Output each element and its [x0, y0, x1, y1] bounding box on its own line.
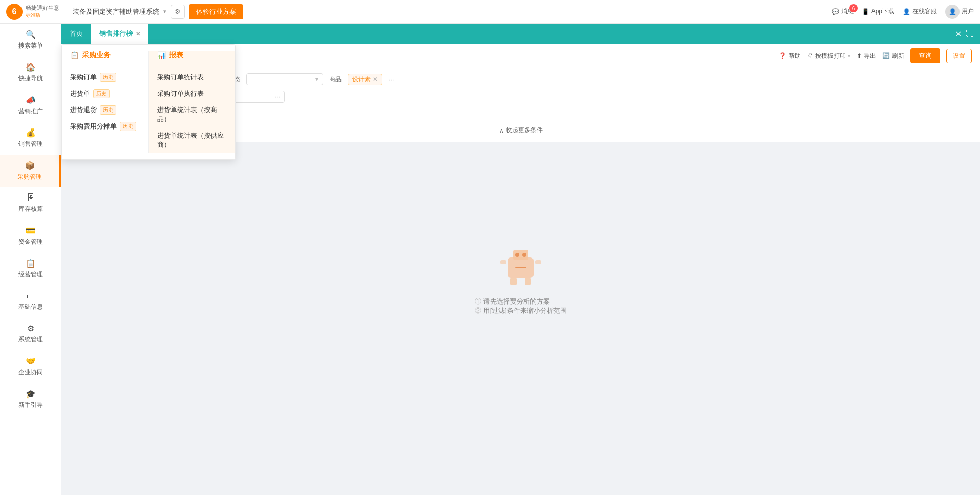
dropdown-business-title: 📋 采购业务: [70, 51, 140, 63]
dropdown-item-purchase-order[interactable]: 采购订单 历史: [70, 69, 140, 85]
dropdown-item-expense[interactable]: 采购费用分摊单 历史: [70, 118, 140, 135]
dropdown-item-return[interactable]: 进货退货 历史: [70, 102, 140, 118]
empty-state: ① 请先选择要分析的方案 ② 用[过滤]条件来缩小分析范围: [61, 142, 980, 413]
print-icon: 🖨: [807, 52, 813, 59]
svg-rect-5: [525, 278, 531, 285]
notifications-btn[interactable]: 💬 消息 6: [832, 7, 854, 16]
logo-badge: 标准版: [26, 12, 59, 19]
help-icon: ❓: [779, 52, 786, 59]
sidebar-item-quick[interactable]: 🏠 快捷导航: [0, 56, 61, 89]
voucher-status-select[interactable]: ▾: [246, 73, 323, 85]
sidebar-item-basic[interactable]: 🗃 基础信息: [0, 285, 61, 317]
dropdown-col-business: 📋 采购业务 采购订单 历史 进货单 历史 进货退货 历史 采购费用分摊单 历史: [62, 51, 148, 153]
sidebar-item-finance[interactable]: 💳 资金管理: [0, 220, 61, 252]
home-icon: 🏠: [26, 62, 36, 72]
search-icon: 🔍: [26, 30, 36, 39]
collapse-up-icon: ∧: [499, 127, 504, 134]
sidebar-item-enterprise[interactable]: 🤝 企业协同: [0, 350, 61, 383]
basic-icon: 🗃: [27, 291, 35, 300]
tab-home[interactable]: 首页: [61, 24, 91, 44]
online-service-btn[interactable]: 👤 在线客服: [903, 7, 937, 16]
inventory-icon: 🗄: [27, 193, 35, 203]
dropdown-item-purchase-order-exec[interactable]: 采购订单执行表: [157, 85, 227, 102]
report-icon: 📊: [157, 51, 166, 59]
empty-robot-svg: [495, 240, 546, 291]
settings-gear-btn[interactable]: ⚙: [171, 5, 185, 19]
print-dropdown-arrow[interactable]: ▾: [848, 53, 850, 59]
top-right-area: 💬 消息 6 📱 App下载 👤 在线客服 👤 用户: [832, 5, 974, 19]
svg-rect-6: [500, 260, 506, 264]
sidebar-item-operation[interactable]: 📋 经营管理: [0, 252, 61, 285]
tab-close-icon[interactable]: ✕: [136, 31, 140, 37]
newbie-icon: 🎓: [26, 389, 36, 399]
app-download-btn[interactable]: 📱 App下载: [862, 7, 894, 16]
staff-ellipsis[interactable]: ···: [275, 93, 280, 100]
service-icon: 👤: [903, 8, 910, 15]
refresh-icon: 🔄: [882, 52, 890, 59]
goods-more-btn[interactable]: ···: [389, 76, 394, 83]
refresh-btn[interactable]: 🔄 刷新: [882, 52, 904, 60]
purchase-dropdown-menu: 📋 采购业务 采购订单 历史 进货单 历史 进货退货 历史 采购费用分摊单 历史: [61, 44, 236, 160]
avatar-icon: 👤: [949, 8, 956, 15]
sidebar-item-system[interactable]: ⚙ 系统管理: [0, 317, 61, 350]
dropdown-item-receipt-stats-goods[interactable]: 进货单统计表（按商品）: [157, 102, 227, 127]
sidebar-item-marketing[interactable]: 📣 营销推广: [0, 89, 61, 122]
logo-icon: 6: [6, 4, 23, 20]
notifications-badge: 6: [849, 4, 858, 12]
system-name-area: 装备及固定资产辅助管理系统 ▾ ⚙ 体验行业方案: [73, 4, 826, 19]
collapse-btn[interactable]: ∧ 收起更多条件: [493, 124, 549, 137]
export-icon: ⬆: [857, 52, 862, 59]
dropdown-item-purchase-order-stats[interactable]: 采购订单统计表: [157, 69, 227, 85]
top-bar: 6 畅捷通好生意 标准版 装备及固定资产辅助管理系统 ▾ ⚙ 体验行业方案 💬 …: [0, 0, 980, 24]
dropdown-col-report: 📊 报表 采购订单统计表 采购订单执行表 进货单统计表（按商品） 进货单统计表（…: [149, 51, 236, 153]
sidebar-item-search[interactable]: 🔍 搜索菜单: [0, 24, 61, 56]
empty-illustration: [495, 240, 546, 291]
sidebar-item-newbie[interactable]: 🎓 新手引导: [0, 383, 61, 416]
logo-area: 6 畅捷通好生意 标准版: [6, 4, 68, 20]
history-badge-3: 历史: [120, 122, 136, 131]
phone-icon: 📱: [862, 8, 869, 15]
money-icon: 💰: [26, 128, 36, 138]
empty-hint-1: ① 请先选择要分析的方案: [475, 297, 567, 306]
dropdown-item-receipt-stats-supplier[interactable]: 进货单统计表（按供应商）: [157, 127, 227, 153]
finance-icon: 💳: [26, 226, 36, 235]
svg-point-2: [515, 253, 519, 257]
tab-right-btns: ✕ ⛶: [955, 29, 980, 39]
system-label: 装备及固定资产辅助管理系统: [73, 7, 159, 16]
logo-text: 畅捷通好生意: [26, 4, 59, 11]
history-badge-0: 历史: [100, 73, 116, 82]
settings-btn[interactable]: 设置: [946, 49, 972, 63]
business-icon: 📋: [70, 51, 79, 59]
svg-point-3: [522, 253, 526, 257]
query-btn[interactable]: 查询: [910, 48, 940, 63]
dropdown-item-receipt[interactable]: 进货单 历史: [70, 85, 140, 102]
user-btn[interactable]: 👤 用户: [945, 5, 974, 19]
industry-btn[interactable]: 体验行业方案: [189, 4, 243, 19]
sidebar-item-purchase[interactable]: 📦 采购管理: [0, 155, 61, 187]
sidebar-item-inventory[interactable]: 🗄 库存核算: [0, 187, 61, 220]
dropdown-cols: 📋 采购业务 采购订单 历史 进货单 历史 进货退货 历史 采购费用分摊单 历史: [62, 51, 235, 153]
goods-label: 商品: [329, 75, 342, 84]
empty-hints: ① 请先选择要分析的方案 ② 用[过滤]条件来缩小分析范围: [475, 297, 567, 315]
system-dropdown-arrow[interactable]: ▾: [163, 8, 166, 15]
history-badge-1: 历史: [93, 89, 110, 98]
goods-tag-close[interactable]: ✕: [373, 76, 378, 83]
enterprise-icon: 🤝: [26, 356, 36, 366]
tab-sales-rank[interactable]: 销售排行榜 ✕: [91, 24, 148, 44]
svg-rect-7: [535, 260, 541, 264]
message-icon: 💬: [832, 8, 839, 15]
voucher-status-dropdown-arrow: ▾: [315, 76, 318, 83]
tab-maximize-btn[interactable]: ⛶: [966, 29, 974, 38]
sidebar: 🔍 搜索菜单 🏠 快捷导航 📣 营销推广 💰 销售管理 📦 采购管理 🗄 库存核…: [0, 24, 61, 495]
tab-close-window-btn[interactable]: ✕: [955, 29, 962, 39]
goods-tag: 设计素 ✕: [348, 74, 382, 85]
operation-icon: 📋: [26, 259, 36, 268]
print-btn[interactable]: 🖨 按模板打印 ▾: [807, 52, 850, 60]
system-icon: ⚙: [27, 324, 34, 333]
megaphone-icon: 📣: [26, 95, 36, 105]
tab-bar: 首页 销售排行榜 ✕ ✕ ⛶: [61, 24, 980, 44]
sidebar-item-sales[interactable]: 💰 销售管理: [0, 122, 61, 155]
export-btn[interactable]: ⬆ 导出: [857, 52, 876, 60]
history-badge-2: 历史: [100, 105, 116, 115]
help-btn[interactable]: ❓ 帮助: [779, 52, 801, 60]
